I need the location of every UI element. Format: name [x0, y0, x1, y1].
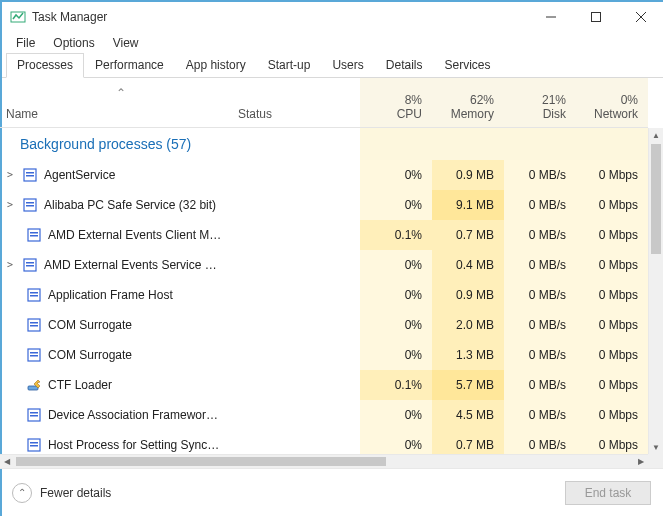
process-name: COM Surrogate: [48, 348, 132, 362]
process-disk-cell[interactable]: 0 MB/s: [504, 220, 576, 250]
column-header-memory[interactable]: 62% Memory: [432, 78, 504, 128]
process-status-cell[interactable]: [232, 310, 360, 340]
menu-options[interactable]: Options: [45, 34, 102, 52]
process-name-cell[interactable]: >AMD External Events Service M...: [1, 250, 232, 280]
process-name-cell[interactable]: CTF Loader: [1, 370, 232, 400]
process-network-cell[interactable]: 0 Mbps: [576, 280, 648, 310]
process-name-cell[interactable]: Application Frame Host: [1, 280, 232, 310]
process-memory-cell[interactable]: 0.9 MB: [432, 280, 504, 310]
process-disk-cell[interactable]: 0 MB/s: [504, 400, 576, 430]
process-cpu-cell[interactable]: 0%: [360, 190, 432, 220]
process-icon: [22, 197, 38, 213]
process-memory-cell[interactable]: 0.4 MB: [432, 250, 504, 280]
svg-rect-7: [26, 205, 34, 207]
tab-performance[interactable]: Performance: [84, 53, 175, 77]
process-name-cell[interactable]: >AgentService: [1, 160, 232, 190]
process-status-cell[interactable]: [232, 400, 360, 430]
process-disk-cell[interactable]: 0 MB/s: [504, 280, 576, 310]
process-memory-cell[interactable]: 5.7 MB: [432, 370, 504, 400]
process-network-cell[interactable]: 0 Mbps: [576, 400, 648, 430]
process-list: ⌃ Name Status 8% CPU 62% Memory 21% Disk…: [1, 78, 663, 468]
process-network-cell[interactable]: 0 Mbps: [576, 250, 648, 280]
process-name-cell[interactable]: >Alibaba PC Safe Service (32 bit): [1, 190, 232, 220]
process-status-cell[interactable]: [232, 190, 360, 220]
tab-users[interactable]: Users: [321, 53, 374, 77]
scroll-thumb[interactable]: [651, 144, 661, 254]
scroll-up-icon[interactable]: ▲: [649, 128, 663, 142]
process-memory-cell[interactable]: 4.5 MB: [432, 400, 504, 430]
process-network-cell[interactable]: 0 Mbps: [576, 160, 648, 190]
menu-view[interactable]: View: [105, 34, 147, 52]
process-memory-cell[interactable]: 0.7 MB: [432, 220, 504, 250]
close-button[interactable]: [618, 2, 663, 32]
tab-details[interactable]: Details: [375, 53, 434, 77]
end-task-button[interactable]: End task: [565, 481, 651, 505]
process-cpu-cell[interactable]: 0.1%: [360, 220, 432, 250]
column-header-name[interactable]: ⌃ Name: [1, 78, 232, 128]
process-memory-cell[interactable]: 1.3 MB: [432, 340, 504, 370]
svg-rect-4: [26, 175, 34, 177]
process-status-cell[interactable]: [232, 220, 360, 250]
scroll-thumb[interactable]: [16, 457, 386, 466]
svg-rect-25: [30, 412, 38, 414]
column-header-status[interactable]: Status: [232, 78, 360, 128]
scroll-right-icon[interactable]: ▶: [634, 455, 648, 468]
group-title[interactable]: Background processes (57): [1, 128, 360, 160]
process-name-cell[interactable]: COM Surrogate: [1, 340, 232, 370]
process-cpu-cell[interactable]: 0%: [360, 160, 432, 190]
process-status-cell[interactable]: [232, 160, 360, 190]
process-disk-cell[interactable]: 0 MB/s: [504, 370, 576, 400]
process-memory-cell[interactable]: 2.0 MB: [432, 310, 504, 340]
column-header-cpu[interactable]: 8% CPU: [360, 78, 432, 128]
tab-app-history[interactable]: App history: [175, 53, 257, 77]
process-disk-cell[interactable]: 0 MB/s: [504, 310, 576, 340]
process-disk-cell[interactable]: 0 MB/s: [504, 250, 576, 280]
process-network-cell[interactable]: 0 Mbps: [576, 220, 648, 250]
process-disk-cell[interactable]: 0 MB/s: [504, 160, 576, 190]
tab-services[interactable]: Services: [433, 53, 501, 77]
process-memory-cell[interactable]: 0.9 MB: [432, 160, 504, 190]
process-cpu-cell[interactable]: 0.1%: [360, 370, 432, 400]
process-name-cell[interactable]: AMD External Events Client Mo...: [1, 220, 232, 250]
titlebar[interactable]: Task Manager: [2, 2, 663, 32]
process-status-cell[interactable]: [232, 280, 360, 310]
process-status-cell[interactable]: [232, 250, 360, 280]
minimize-button[interactable]: [528, 2, 573, 32]
process-cpu-cell[interactable]: 0%: [360, 250, 432, 280]
vertical-scrollbar[interactable]: ▲ ▼: [648, 128, 663, 454]
scroll-left-icon[interactable]: ◀: [1, 455, 14, 468]
process-name-cell[interactable]: COM Surrogate: [1, 310, 232, 340]
scroll-down-icon[interactable]: ▼: [649, 440, 663, 454]
horizontal-scrollbar[interactable]: ◀ ▶: [1, 454, 648, 468]
process-status-cell[interactable]: [232, 370, 360, 400]
process-name-cell[interactable]: Device Association Framework ...: [1, 400, 232, 430]
process-cpu-cell[interactable]: 0%: [360, 340, 432, 370]
column-header-network[interactable]: 0% Network: [576, 78, 648, 128]
process-disk-cell[interactable]: 0 MB/s: [504, 340, 576, 370]
process-disk-cell[interactable]: 0 MB/s: [504, 190, 576, 220]
fewer-details-button[interactable]: ⌃ Fewer details: [12, 483, 111, 503]
process-network-cell[interactable]: 0 Mbps: [576, 190, 648, 220]
column-header-disk[interactable]: 21% Disk: [504, 78, 576, 128]
process-status-cell[interactable]: [232, 340, 360, 370]
menu-file[interactable]: File: [8, 34, 43, 52]
process-network-cell[interactable]: 0 Mbps: [576, 340, 648, 370]
svg-rect-18: [30, 322, 38, 324]
expand-icon[interactable]: >: [1, 190, 20, 220]
expand-icon[interactable]: >: [1, 250, 20, 280]
process-network-cell[interactable]: 0 Mbps: [576, 370, 648, 400]
process-icon: [26, 407, 42, 423]
process-cpu-cell[interactable]: 0%: [360, 310, 432, 340]
process-network-cell[interactable]: 0 Mbps: [576, 310, 648, 340]
svg-rect-28: [30, 442, 38, 444]
process-cpu-cell[interactable]: 0%: [360, 400, 432, 430]
tab-startup[interactable]: Start-up: [257, 53, 322, 77]
tab-processes[interactable]: Processes: [6, 53, 84, 78]
expand-icon[interactable]: >: [1, 160, 20, 190]
svg-rect-22: [30, 355, 38, 357]
maximize-button[interactable]: [573, 2, 618, 32]
process-cpu-cell[interactable]: 0%: [360, 280, 432, 310]
process-memory-cell[interactable]: 9.1 MB: [432, 190, 504, 220]
process-name: CTF Loader: [48, 378, 112, 392]
expand-icon: [1, 310, 20, 340]
